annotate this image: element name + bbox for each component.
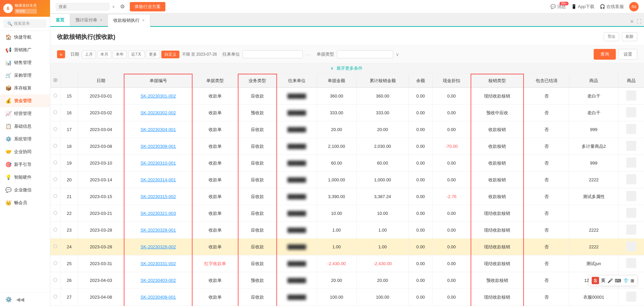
collapse-icon[interactable]: ◀◀: [16, 296, 24, 303]
col-discount: 0.00: [432, 239, 471, 255]
sidebar-item-collab[interactable]: 🤝 企业协同: [0, 145, 50, 158]
col-gear[interactable]: [50, 222, 61, 239]
table-row: 18 2023-03-08 SK-20230308-001 收款单 应收款 ██…: [50, 138, 644, 155]
col-gear[interactable]: [50, 121, 61, 138]
col-doc-no[interactable]: SK-20230328-002: [124, 239, 192, 255]
col-gear[interactable]: [50, 255, 61, 272]
this-year-btn[interactable]: 本年: [113, 51, 127, 58]
partner-filter-input[interactable]: [243, 50, 303, 58]
col-discount: 0.00: [432, 289, 471, 306]
col-doc-no[interactable]: SK-20230310-001: [124, 155, 192, 172]
col-include-settled: 否: [524, 188, 569, 205]
col-gear[interactable]: [50, 205, 61, 222]
filter-settings-button[interactable]: 设置: [619, 49, 637, 60]
sidebar-search-section[interactable]: 🔍 搜索菜单: [0, 17, 50, 31]
online-service[interactable]: 🎧 在线客服: [600, 4, 624, 10]
sidebar-item-base[interactable]: 📋 基础信息: [0, 120, 50, 133]
export-button[interactable]: 导出: [604, 32, 619, 41]
shirt-icon: 👕: [623, 278, 629, 283]
col-date: 2023-04-08: [78, 289, 124, 306]
col-partner: ██████: [277, 222, 317, 239]
sidebar-item-marketing[interactable]: 📢 营销推广: [0, 44, 50, 56]
col-cancel-amount: 10.00: [357, 205, 409, 222]
col-doc-type: 收款单: [192, 222, 238, 239]
col-cancel-type: 现结收款核销: [471, 87, 524, 105]
col-doc-type: 收款单: [192, 87, 238, 105]
col-biz-type: 应收款: [238, 222, 277, 239]
more-date-btn[interactable]: 更多: [146, 51, 160, 58]
col-gear[interactable]: [50, 138, 61, 155]
custom-date-btn[interactable]: 自定义: [161, 51, 179, 58]
col-doc-no[interactable]: SK-20230308-001: [124, 138, 192, 155]
breadcrumb-search-input[interactable]: [56, 3, 109, 10]
more-filters-dots[interactable]: ···: [306, 52, 311, 57]
sidebar-item-operations[interactable]: 📈 经营管理: [0, 107, 50, 120]
settings-button[interactable]: ⚙: [118, 2, 127, 11]
search-menu-btn[interactable]: 🔍 搜索菜单: [3, 19, 47, 28]
filter-expand-button[interactable]: »: [57, 50, 65, 58]
col-doc-no[interactable]: SK-20230315-002: [124, 188, 192, 205]
col-gear[interactable]: [50, 105, 61, 121]
col-header-gear[interactable]: [50, 74, 61, 87]
sidebar-item-inventory[interactable]: 📦 库存核算: [0, 82, 50, 95]
col-doc-type: 收款单: [192, 188, 238, 205]
sidebar-item-wechat[interactable]: 💬 企业微信: [0, 184, 50, 196]
col-balance: 0.00: [409, 188, 433, 205]
sidebar-item-vip[interactable]: 👑 畅会员: [0, 196, 50, 209]
sidebar-item-hardware[interactable]: 💡 智能硬件: [0, 171, 50, 184]
col-gear[interactable]: [50, 272, 61, 289]
expand-more-conditions[interactable]: ∨ 展开更多条件: [50, 63, 644, 74]
message-notification[interactable]: 💬 消息 99+: [550, 4, 566, 10]
sidebar-item-finance[interactable]: 💰 资金管理: [0, 95, 50, 107]
col-discount: 0.00: [432, 105, 471, 121]
col-gear[interactable]: [50, 239, 61, 255]
col-gear[interactable]: [50, 87, 61, 105]
col-gear[interactable]: [50, 289, 61, 306]
col-header-balance: 余额: [409, 74, 433, 87]
close-tab-btn[interactable]: ✕: [630, 19, 634, 24]
app-download[interactable]: 📱 App下载: [571, 4, 594, 10]
col-gear[interactable]: [50, 188, 61, 205]
col-doc-no[interactable]: SK-20230302-002: [124, 105, 192, 121]
col-gear[interactable]: [50, 155, 61, 172]
col-doc-no[interactable]: SK-20230403-002: [124, 272, 192, 289]
settings-icon[interactable]: ⚙️: [5, 296, 12, 303]
ime-s-icon: S: [592, 277, 599, 284]
col-doc-no[interactable]: SK-20230301-002: [124, 87, 192, 105]
col-doc-no[interactable]: SK-20230408-001: [124, 289, 192, 306]
last-month-btn[interactable]: 上月: [82, 51, 96, 58]
sidebar-item-label: 企业微信: [14, 187, 32, 193]
col-date: 2023-04-03: [78, 272, 124, 289]
tab-prepay[interactable]: 预计应付单 ×: [70, 14, 108, 26]
sidebar-item-label: 系统管理: [14, 136, 32, 142]
last-7days-btn[interactable]: 近7天: [128, 51, 145, 58]
industry-solution-button[interactable]: 体验行业方案: [130, 2, 165, 11]
col-doc-type: 收款单: [192, 272, 238, 289]
tab-prepay-close[interactable]: ×: [100, 18, 102, 22]
col-cancel-type: 收款核销: [471, 172, 524, 188]
sidebar-item-system[interactable]: ⚙️ 系统管理: [0, 133, 50, 145]
user-avatar[interactable]: Rit: [629, 2, 639, 11]
sidebar-item-purchase[interactable]: 🛒 采购管理: [0, 69, 50, 82]
this-month-btn[interactable]: 本月: [97, 51, 111, 58]
col-doc-no[interactable]: SK-20230304-001: [124, 121, 192, 138]
sidebar-item-sales[interactable]: 📊 销售管理: [0, 56, 50, 69]
sidebar-item-guide[interactable]: 🎯 新手引导: [0, 158, 50, 171]
tab-collection-close[interactable]: ×: [142, 18, 145, 23]
col-include-settled: 否: [524, 239, 569, 255]
sidebar-item-shortcut[interactable]: 🏠 快捷导航: [0, 31, 50, 44]
query-button[interactable]: 查询: [594, 49, 616, 60]
col-include-settled: 否: [524, 205, 569, 222]
col-doc-no[interactable]: SK-20230321-003: [124, 205, 192, 222]
tab-collection[interactable]: 收款核销执行 ×: [108, 15, 150, 27]
tab-home[interactable]: 首页: [50, 14, 70, 26]
col-doc-no[interactable]: SK-20230328-001: [124, 222, 192, 239]
doc-type-dropdown-icon[interactable]: ∨: [396, 52, 399, 57]
doc-type-select[interactable]: [337, 50, 393, 58]
col-gear[interactable]: [50, 172, 61, 188]
refresh-button[interactable]: 刷新: [622, 32, 637, 41]
maximize-tab-btn[interactable]: ⛶: [637, 19, 641, 24]
col-doc-no[interactable]: SK-20230331-002: [124, 255, 192, 272]
message-icon: 💬: [550, 4, 556, 9]
col-doc-no[interactable]: SK-20230314-001: [124, 172, 192, 188]
